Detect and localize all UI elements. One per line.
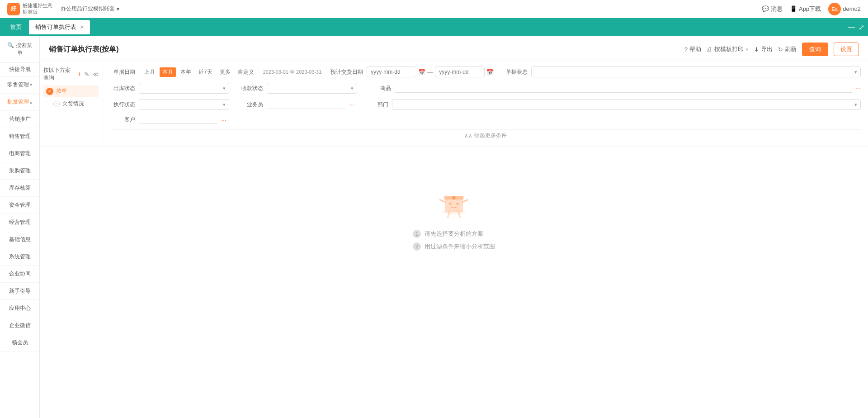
calendar-to-icon[interactable]: 📅: [486, 69, 494, 76]
minimize-window-button[interactable]: —: [848, 23, 855, 32]
user-avatar-area[interactable]: Ea demo2: [828, 3, 861, 15]
svg-line-6: [440, 200, 445, 202]
content-area: 销售订单执行表(按单) ? 帮助 🖨 按模板打印 ▾ ⬇ 导出: [40, 36, 868, 418]
sidebar-item-wholesale[interactable]: 批发管理 ▴: [0, 94, 39, 111]
refresh-button[interactable]: ↻ 刷新: [778, 45, 797, 53]
product-input[interactable]: [395, 84, 852, 93]
receipt-status-select[interactable]: [267, 83, 357, 94]
scheme-item-按单[interactable]: ✓ 按单: [43, 86, 99, 97]
empty-state: 1 请先选择要分析的方案 2 用过滤条件来缩小分析范围: [40, 147, 868, 291]
logo-text: 畅捷通好生意 标准版: [23, 3, 52, 14]
scheme-edit-button[interactable]: ✎: [84, 71, 90, 78]
chevron-up-icon: ▴: [30, 100, 32, 104]
sidebar: 🔍 搜索菜单 快捷导航 零售管理 ▾ 批发管理 ▴ 营销推广 销售管理 电商管理…: [0, 36, 40, 418]
product-field: 商品 ···: [366, 84, 861, 93]
sidebar-item-ops[interactable]: 经营管理: [0, 214, 39, 231]
dept-field: 部门: [363, 99, 861, 110]
date-tab-custom[interactable]: 自定义: [235, 67, 257, 77]
filter-area: 按以下方案查询 + ✎ ≪ ✓ 按单 ○ 欠货情况: [40, 61, 868, 147]
product-more-icon[interactable]: ···: [855, 85, 861, 92]
date-field: 单据日期 上月 本月 本年 近7天 更多 自定义 2023-03-01 至 20…: [110, 67, 321, 77]
doc-status-field: 单据状态: [503, 66, 861, 77]
breadcrumb[interactable]: 办公用品行业模拟账套 ▾: [61, 5, 119, 13]
scheme-item-欠货情况[interactable]: ○ 欠货情况: [43, 99, 99, 109]
sidebar-item-finance[interactable]: 资金管理: [0, 197, 39, 214]
maximize-window-button[interactable]: ⤢: [859, 23, 864, 32]
sidebar-item-retail[interactable]: 零售管理 ▾: [0, 76, 39, 94]
setting-button[interactable]: 设置: [834, 43, 859, 56]
message-icon: 💬: [762, 5, 769, 12]
salesperson-more-icon[interactable]: ···: [349, 101, 354, 108]
salesperson-input[interactable]: [267, 100, 345, 109]
expected-date-field: 预计交货日期 📅 — 📅: [330, 66, 494, 77]
date-tab-7days[interactable]: 近7天: [196, 67, 215, 77]
customer-label: 客户: [110, 116, 135, 124]
out-status-label: 出库状态: [110, 85, 135, 92]
svg-line-7: [463, 200, 468, 202]
date-tab-last-month[interactable]: 上月: [142, 67, 158, 77]
salesperson-field: 业务员 ···: [238, 100, 354, 109]
help-button[interactable]: ? 帮助: [684, 45, 701, 53]
exec-status-select[interactable]: [139, 99, 229, 110]
export-button[interactable]: ⬇ 导出: [754, 45, 773, 53]
sidebar-item-sys[interactable]: 系统管理: [0, 248, 39, 266]
customer-more-icon[interactable]: ···: [221, 116, 226, 124]
nav-tabs-actions: — ⤢: [848, 23, 864, 32]
message-button[interactable]: 💬 消息: [762, 5, 783, 13]
sidebar-quick-nav[interactable]: 快捷导航: [0, 63, 39, 76]
sidebar-item-app-center[interactable]: 应用中心: [0, 300, 39, 317]
out-status-select[interactable]: [139, 83, 229, 94]
tip-num-2: 2: [413, 242, 421, 251]
date-tabs: 上月 本月 本年 近7天 更多 自定义: [142, 67, 257, 77]
tip-num-1: 1: [413, 230, 421, 238]
scheme-active-icon: ✓: [46, 88, 53, 95]
print-dropdown-icon: ▾: [745, 46, 749, 53]
expected-date-from-input[interactable]: [367, 66, 416, 77]
collapse-row: ∧∧ 收起更多条件: [110, 129, 861, 141]
scheme-collapse-button[interactable]: ≪: [92, 71, 99, 78]
date-tab-this-year[interactable]: 本年: [178, 67, 194, 77]
scheme-inactive-icon: ○: [53, 101, 60, 107]
tab-home[interactable]: 首页: [4, 20, 28, 34]
receipt-status-field: 收款状态: [238, 83, 357, 94]
top-bar: 好 畅捷通好生意 标准版 办公用品行业模拟账套 ▾ 💬 消息 📱 App下载 E…: [0, 0, 868, 18]
empty-illustration: [436, 183, 472, 221]
empty-tip-1: 1 请先选择要分析的方案: [413, 230, 495, 238]
expected-date-to-input[interactable]: [435, 66, 485, 77]
sidebar-item-wechat[interactable]: 企业微信: [0, 317, 39, 334]
refresh-icon: ↻: [778, 46, 783, 53]
sidebar-item-ecommerce[interactable]: 电商管理: [0, 145, 39, 162]
date-tab-more[interactable]: 更多: [217, 67, 233, 77]
calendar-from-icon[interactable]: 📅: [418, 69, 425, 76]
tab-sales-exec[interactable]: 销售订单执行表 ×: [29, 20, 90, 34]
query-button[interactable]: 查询: [802, 43, 828, 56]
sidebar-item-newbie[interactable]: 新手引导: [0, 283, 39, 300]
sidebar-item-purchase[interactable]: 采购管理: [0, 162, 39, 180]
scheme-add-button[interactable]: +: [77, 70, 81, 78]
sidebar-item-vip[interactable]: 畅会员: [0, 334, 39, 352]
search-icon: 🔍: [7, 42, 14, 48]
sidebar-item-basic[interactable]: 基础信息: [0, 231, 39, 248]
date-tab-this-month[interactable]: 本月: [160, 67, 176, 77]
sidebar-item-inventory[interactable]: 库存核算: [0, 180, 39, 197]
app-download-button[interactable]: 📱 App下载: [790, 5, 821, 13]
search-menu-button[interactable]: 🔍 搜索菜单: [4, 40, 36, 59]
page-actions: ? 帮助 🖨 按模板打印 ▾ ⬇ 导出 ↻ 刷新: [684, 43, 859, 56]
sidebar-item-marketing[interactable]: 营销推广: [0, 111, 39, 128]
filter-row-1: 单据日期 上月 本月 本年 近7天 更多 自定义 2023-03-01 至 20…: [110, 66, 861, 77]
filter-scheme-panel: 按以下方案查询 + ✎ ≪ ✓ 按单 ○ 欠货情况: [40, 61, 103, 147]
dept-select[interactable]: [392, 99, 861, 110]
collapse-icon: ∧∧: [464, 133, 472, 139]
doc-status-select[interactable]: [531, 66, 861, 77]
print-button[interactable]: 🖨 按模板打印 ▾: [707, 45, 749, 53]
phone-icon: 📱: [790, 5, 797, 12]
tab-close-icon[interactable]: ×: [80, 24, 84, 30]
logo-area: 好 畅捷通好生意 标准版: [7, 3, 52, 15]
collapse-button[interactable]: ∧∧ 收起更多条件: [464, 132, 507, 139]
expected-date-label: 预计交货日期: [330, 68, 363, 76]
customer-input[interactable]: [139, 115, 217, 124]
sidebar-item-sales-mgmt[interactable]: 销售管理: [0, 128, 39, 145]
filter-form: 单据日期 上月 本月 本年 近7天 更多 自定义 2023-03-01 至 20…: [103, 61, 868, 147]
main-layout: 🔍 搜索菜单 快捷导航 零售管理 ▾ 批发管理 ▴ 营销推广 销售管理 电商管理…: [0, 36, 868, 418]
sidebar-item-enterprise[interactable]: 企业协同: [0, 266, 39, 283]
